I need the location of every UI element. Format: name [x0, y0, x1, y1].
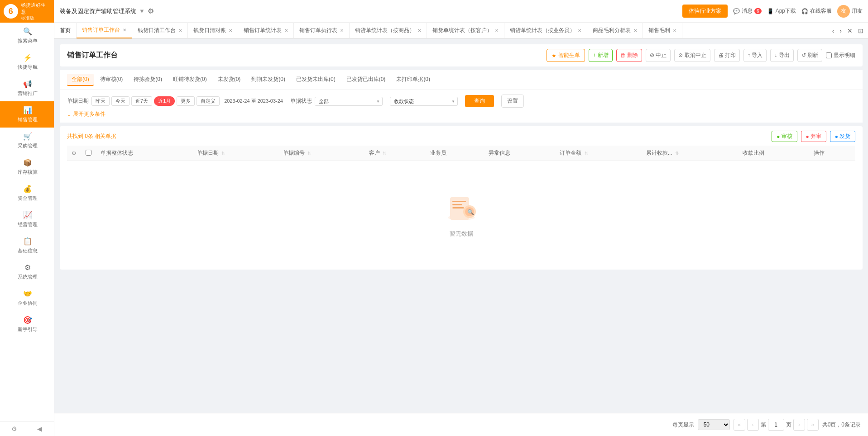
filter-tab-全部[interactable]: 全部(0) [67, 74, 94, 86]
sidebar: 6 畅捷通好生意 标准版 🔍搜索菜单⚡快捷导航📢营销推广📊销售管理🛒采购管理📦库… [0, 0, 54, 436]
user-action[interactable]: 友 用友 [837, 5, 863, 18]
tab-close-icon[interactable]: ✕ [673, 28, 676, 33]
sidebar-item-企业协同[interactable]: 🤝企业协同 [0, 285, 54, 311]
select-all-checkbox[interactable] [86, 150, 91, 156]
sidebar-item-新手引导[interactable]: 🎯新手引导 [0, 311, 54, 337]
tab-label: 销售订单统计表 [244, 27, 282, 34]
status-select[interactable]: 全部 [315, 97, 383, 106]
th-cumulative[interactable]: 累计收款... ⇅ [642, 146, 738, 161]
th-order-amount[interactable]: 订单金额 ⇅ [555, 146, 641, 161]
new-button[interactable]: + 新增 [589, 49, 612, 62]
tab-item-6[interactable]: 销货单统计表（按商品）✕ [350, 23, 427, 38]
smart-btn-label: 智能生单 [558, 52, 580, 59]
tab-item-4[interactable]: 销售订单统计表✕ [238, 23, 294, 38]
tab-close-icon[interactable]: ✕ [229, 28, 232, 33]
filter-tab-未打印单据[interactable]: 未打印单据(0) [392, 74, 435, 86]
tab-item-10[interactable]: 销售毛利✕ [643, 23, 682, 38]
cancel-stop-button[interactable]: ⊘ 取消中止 [674, 49, 710, 62]
filter-tab-未发货[interactable]: 未发货(0) [213, 74, 245, 86]
date-custom[interactable]: 自定义 [197, 96, 220, 106]
show-detail-checkbox[interactable]: 显示明细 [826, 52, 855, 59]
filter-tab-到期未发货[interactable]: 到期未发货(0) [247, 74, 290, 86]
export-button[interactable]: ↓ 导出 [770, 49, 793, 62]
cancel-review-button[interactable]: ● 弃审 [801, 131, 826, 142]
query-button[interactable]: 查询 [465, 95, 494, 107]
ship-button[interactable]: ● 发货 [830, 131, 855, 142]
tab-label: 首页 [60, 27, 71, 34]
settings-icon[interactable]: ⚙ [4, 425, 25, 432]
page-prev-button[interactable]: ‹ [747, 419, 759, 431]
tab-item-2[interactable]: 钱货日清工作台✕ [132, 23, 188, 38]
data-table: ⚙ 单据整体状态 单据日期 ⇅ 单据编号 [67, 146, 855, 161]
show-detail-input[interactable] [826, 52, 832, 58]
sidebar-item-库存核算[interactable]: 📦库存核算 [0, 154, 54, 180]
print-button[interactable]: 🖨 打印 [714, 49, 740, 62]
page-first-button[interactable]: « [734, 419, 745, 431]
message-action[interactable]: 💬 消息 6 [733, 7, 762, 15]
sidebar-item-搜索菜单[interactable]: 🔍搜索菜单 [0, 23, 54, 49]
tab-item-5[interactable]: 销售订单执行表✕ [294, 23, 350, 38]
filter-tab-待审核[interactable]: 待审核(0) [96, 74, 128, 86]
sidebar-item-系统管理[interactable]: ⚙系统管理 [0, 259, 54, 285]
sidebar-item-营销推广[interactable]: 📢营销推广 [0, 75, 54, 101]
tabs-next-icon[interactable]: › [838, 25, 844, 36]
tab-close-icon[interactable]: ✕ [284, 28, 288, 33]
tab-item-7[interactable]: 销货单统计表（按客户）✕ [427, 23, 504, 38]
filter-tab-旺铺待发货[interactable]: 旺铺待发货(0) [168, 74, 211, 86]
refresh-button[interactable]: ↺ 刷新 [797, 49, 822, 62]
tab-close-icon[interactable]: ✕ [178, 28, 182, 33]
date-today[interactable]: 今天 [111, 96, 129, 106]
sidebar-item-资金管理[interactable]: 💰资金管理 [0, 180, 54, 206]
tab-close-icon[interactable]: ✕ [495, 28, 499, 33]
sidebar-item-经营管理[interactable]: 📈经营管理 [0, 206, 54, 232]
ship-icon: ● [835, 133, 838, 140]
th-customer[interactable]: 客户 ⇅ [364, 146, 426, 161]
stop-button[interactable]: ⊘ 中止 [646, 49, 671, 62]
sidebar-item-基础信息[interactable]: 📋基础信息 [0, 232, 54, 259]
tabs-close-all-icon[interactable]: ✕ [845, 25, 854, 36]
setting-button[interactable]: 设置 [501, 95, 524, 108]
sidebar-item-快捷导航[interactable]: ⚡快捷导航 [0, 49, 54, 75]
expand-button[interactable]: ⌄ 展开更多条件 [67, 110, 855, 118]
filter-tab-已发货已出库[interactable]: 已发货已出库(0) [342, 74, 390, 86]
tabs-expand-icon[interactable]: ⊡ [856, 25, 865, 36]
payment-select[interactable]: 收款状态 [390, 97, 458, 106]
th-number[interactable]: 单据编号 ⇅ [278, 146, 364, 161]
system-gear-icon[interactable]: ⚙ [148, 7, 154, 15]
tab-item-0[interactable]: 首页 [54, 23, 77, 38]
sidebar-item-采购管理[interactable]: 🛒采购管理 [0, 128, 54, 154]
import-button[interactable]: ↑ 导入 [743, 49, 767, 62]
tab-item-8[interactable]: 销货单统计表（按业务员）✕ [504, 23, 587, 38]
review-button[interactable]: ● 审核 [772, 131, 797, 142]
tab-close-icon[interactable]: ✕ [417, 28, 421, 33]
page-next-button[interactable]: › [793, 419, 805, 431]
industry-button[interactable]: 体验行业方案 [682, 5, 728, 18]
tab-close-icon[interactable]: ✕ [633, 28, 637, 33]
delete-button[interactable]: 🗑 删除 [616, 49, 642, 62]
page-size-select[interactable]: 50 10 20 100 [698, 419, 730, 430]
date-7days[interactable]: 近7天 [131, 96, 152, 106]
sidebar-item-销售管理[interactable]: 📊销售管理 [0, 101, 54, 128]
online-service-action[interactable]: 🎧 在线客服 [801, 7, 832, 15]
collapse-icon[interactable]: ◀ [29, 425, 51, 432]
tab-close-icon[interactable]: ✕ [578, 28, 581, 33]
top-header: 装备及固定资产辅助管理系统 ▼ ⚙ 体验行业方案 💬 消息 6 📱 App下载 … [54, 0, 868, 23]
tab-item-1[interactable]: 销售订单工作台✕ [77, 23, 132, 38]
tabs-prev-icon[interactable]: ‹ [830, 25, 836, 36]
smart-generate-button[interactable]: ★ 智能生单 [547, 49, 585, 62]
tab-item-9[interactable]: 商品毛利分析表✕ [587, 23, 643, 38]
tab-close-icon[interactable]: ✕ [123, 28, 126, 33]
th-date[interactable]: 单据日期 ⇅ [192, 146, 278, 161]
page-input[interactable] [768, 419, 784, 431]
date-1month[interactable]: 近1月 [154, 96, 175, 106]
tab-close-icon[interactable]: ✕ [340, 28, 344, 33]
app-download-action[interactable]: 📱 App下载 [767, 7, 796, 15]
nav-label: 资金管理 [18, 195, 38, 202]
page-last-button[interactable]: » [807, 419, 819, 431]
filter-tab-已发货未出库[interactable]: 已发货未出库(0) [292, 74, 340, 86]
tab-item-3[interactable]: 钱货日清对账✕ [188, 23, 238, 38]
date-more[interactable]: 更多 [177, 96, 195, 106]
filter-tab-待拣验货[interactable]: 待拣验货(0) [129, 74, 167, 86]
date-yesterday[interactable]: 昨天 [91, 96, 110, 106]
message-badge: 6 [754, 8, 762, 14]
